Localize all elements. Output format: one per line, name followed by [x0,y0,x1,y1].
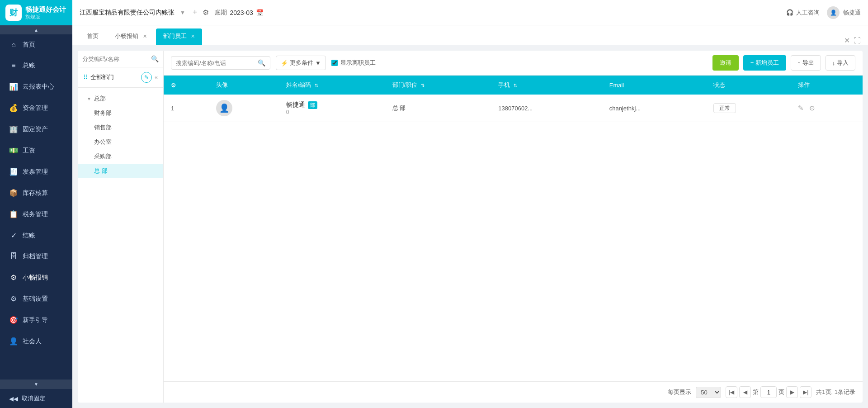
sidebar-item-label: 固定资产 [23,125,48,133]
close-period-icon: ✓ [9,231,18,240]
dept-search-icon[interactable]: 🔍 [151,55,159,62]
col-dept[interactable]: 部门/职位 ⇅ [385,76,491,95]
dept-node-office[interactable]: 办公室 [78,135,163,149]
topbar-right: 🎧 人工咨询 👤 畅捷通 [786,6,861,19]
dept-search-input[interactable] [82,56,148,62]
sidebar-item-ledger[interactable]: ≡ 总账 [0,55,72,76]
col-name[interactable]: 姓名/编码 ⇅ [279,76,385,95]
sidebar-item-home[interactable]: ⌂ 首页 [0,34,72,55]
company-name: 江西服宝精品有限责任公司内账张 [80,9,175,17]
sidebar-item-label: 发票管理 [23,168,48,176]
user-menu[interactable]: 👤 畅捷通 [827,6,861,19]
export-button[interactable]: ↑ 导出 [791,55,821,71]
tab-expense[interactable]: 小畅报销 ✕ [108,28,154,45]
sidebar-item-salary[interactable]: 💵 工资 [0,140,72,161]
col-phone[interactable]: 手机 ⇅ [491,76,602,95]
user-name: 畅捷通 [843,9,861,17]
all-dept-label: 全部部门 [90,73,114,81]
import-button[interactable]: ↓ 导入 [826,55,856,71]
dept-header-actions: ✎ « [141,72,158,83]
next-page-btn[interactable]: ▶ [786,386,798,398]
sidebar-item-tax[interactable]: 📋 税务管理 [0,204,72,225]
export-label: 导出 [802,59,814,67]
tab-home[interactable]: 首页 [80,28,106,45]
import-label: 导入 [837,59,849,67]
sidebar-logo: 财 畅捷通好会计 旗舰版 [0,0,72,25]
sidebar-item-label: 基础设置 [23,295,48,303]
expand-icon[interactable]: ⛶ [854,37,861,45]
dept-search-bar: 🔍 [78,51,163,67]
last-page-btn[interactable]: ▶| [800,386,811,398]
emp-search-bar[interactable]: 🔍 [171,56,270,70]
sidebar-item-expense[interactable]: ⚙ 小畅报销 [0,267,72,288]
grid-icon: ⠿ [83,74,88,81]
logo-title: 畅捷通好会计 [25,5,66,14]
dept-node-finance[interactable]: 财务部 [78,106,163,120]
service-btn[interactable]: 🎧 人工咨询 [786,9,820,17]
home-icon: ⌂ [9,41,18,49]
topbar: 江西服宝精品有限责任公司内账张 ▼ + ⚙ 账期 2023-03 📅 🎧 人工咨… [72,0,868,25]
sidebar-item-assets[interactable]: 🏢 固定资产 [0,119,72,140]
guide-icon: 🎯 [9,316,18,324]
sidebar-item-guide[interactable]: 🎯 新手引导 [0,309,72,331]
per-page-label: 每页显示 [668,388,691,396]
sidebar-item-archive[interactable]: 🗄 归档管理 [0,246,72,267]
sidebar-item-label: 新手引导 [23,316,48,324]
first-page-btn[interactable]: |◀ [726,386,737,398]
sidebar-item-reports[interactable]: 📊 云报表中心 [0,76,72,97]
sidebar-item-settings[interactable]: ⚙ 基础设置 [0,288,72,309]
invite-button[interactable]: 邀请 [712,55,739,71]
sidebar-item-invoice[interactable]: 🧾 发票管理 [0,161,72,182]
dept-header: ⠿ 全部部门 ✎ « [78,67,163,88]
prev-page-btn[interactable]: ◀ [739,386,751,398]
sort-dept-icon: ⇅ [421,83,425,88]
dept-node-root[interactable]: ▼ 总部 [78,91,163,106]
tab-dept-close-icon[interactable]: ✕ [191,33,195,39]
settings-gear-icon[interactable]: ⚙ [203,8,209,17]
sidebar-item-label: 资金管理 [23,104,48,112]
salary-icon: 💵 [9,146,18,155]
sidebar-item-funds[interactable]: 💰 资金管理 [0,97,72,119]
dept-node-general[interactable]: 总 部 [78,164,163,178]
emp-search-icon[interactable]: 🔍 [258,59,265,66]
tabbar: 首页 小畅报销 ✕ 部门员工 ✕ ✕ ⛶ [72,25,868,45]
scroll-up-btn[interactable]: ▲ [0,25,72,34]
add-company-btn[interactable]: + [193,8,198,17]
table-footer: 每页显示 50 10 20 100 |◀ ◀ 第 页 ▶ ▶| 共1页, 1条记… [164,381,863,403]
all-dept-label-group: ⠿ 全部部门 [83,73,114,81]
emp-search-input[interactable] [176,60,255,66]
sidebar-item-inventory[interactable]: 📦 库存核算 [0,182,72,204]
dept-finance-label: 财务部 [94,109,112,117]
tab-dept-emp[interactable]: 部门员工 ✕ [156,28,203,45]
right-panel: 🔍 ⚡ 更多条件 ▼ 显示离职员工 邀请 + 新增员工 [164,51,863,403]
dept-node-sales[interactable]: 销售部 [78,120,163,135]
close-all-icon[interactable]: ✕ [844,36,850,45]
resigned-checkbox[interactable] [331,60,338,66]
edit-row-btn[interactable]: ✎ [798,104,804,112]
status-badge: 正常 [713,103,736,113]
reports-icon: 📊 [9,82,18,91]
scroll-down-btn[interactable]: ▼ [0,380,72,389]
add-emp-button[interactable]: + 新增员工 [743,55,786,71]
sidebar-item-close[interactable]: ✓ 结账 [0,225,72,246]
per-page-select[interactable]: 50 10 20 100 [696,387,721,398]
sidebar-item-label: 结账 [23,232,35,240]
period-label: 账期 [214,9,227,17]
page-input[interactable] [760,386,777,398]
dept-collapse-icon[interactable]: « [155,74,158,81]
sidebar-item-social[interactable]: 👤 社会人 [0,331,72,352]
more-filter-btn[interactable]: ⚡ 更多条件 ▼ [276,56,326,70]
emp-table: ⚙ 头像 姓名/编码 ⇅ 部门/职位 ⇅ [164,76,863,122]
col-settings[interactable]: ⚙ [164,76,209,95]
company-dropdown-icon[interactable]: ▼ [180,9,185,16]
dept-node-purchase[interactable]: 采购部 [78,149,163,164]
calendar-icon[interactable]: 📅 [256,9,264,16]
tab-expense-close-icon[interactable]: ✕ [143,33,147,39]
arrow-icon: ▼ [87,96,91,101]
sidebar-item-label: 总账 [23,62,35,70]
cancel-fixed-btn[interactable]: ◀◀ 取消固定 [0,389,72,408]
logo-subtitle: 旗舰版 [25,14,66,20]
col-avatar: 头像 [209,76,279,95]
dept-edit-btn[interactable]: ✎ [141,72,152,83]
logout-row-btn[interactable]: ⊙ [809,104,815,112]
